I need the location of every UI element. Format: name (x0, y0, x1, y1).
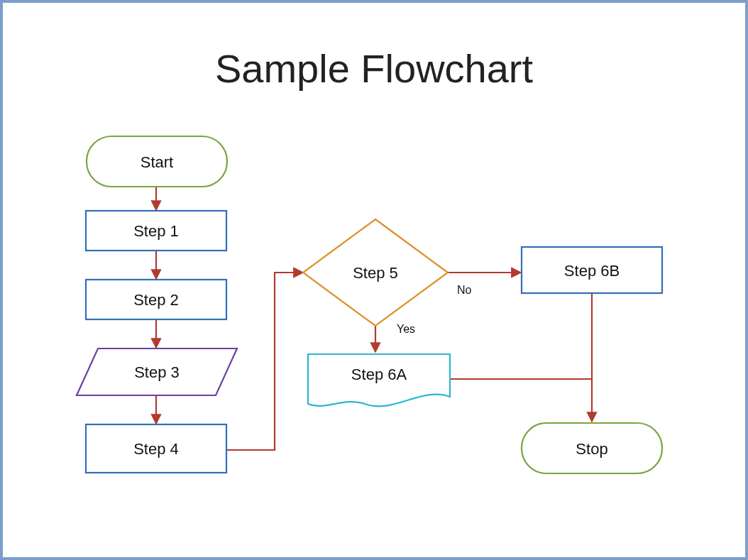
node-step4: Step 4 (86, 424, 226, 473)
node-step1: Step 1 (86, 211, 226, 251)
node-step2: Step 2 (86, 280, 226, 319)
edge-label-yes: Yes (397, 323, 415, 335)
node-step6b-label: Step 6B (564, 262, 620, 280)
edge-label-no: No (457, 284, 472, 296)
node-step4-label: Step 4 (133, 440, 179, 458)
node-step6b: Step 6B (522, 247, 662, 293)
node-step5: Step 5 (303, 219, 448, 326)
node-step2-label: Step 2 (133, 291, 179, 309)
node-step3: Step 3 (77, 348, 237, 395)
slide-frame: Sample Flowchart No Yes (0, 0, 748, 560)
node-start-label: Start (141, 153, 173, 171)
node-stop: Stop (522, 423, 662, 473)
flowchart-canvas: No Yes Start Step 1 Step 2 Step 3 Step 4 (3, 3, 745, 557)
edge-step4-step5 (226, 273, 303, 450)
node-step6a: Step 6A (308, 354, 450, 406)
node-start: Start (87, 136, 227, 187)
node-step6a-label: Step 6A (351, 366, 407, 383)
node-step3-label: Step 3 (134, 363, 180, 381)
node-stop-label: Stop (576, 440, 607, 458)
node-step1-label: Step 1 (133, 222, 179, 240)
node-step5-label: Step 5 (353, 264, 398, 282)
